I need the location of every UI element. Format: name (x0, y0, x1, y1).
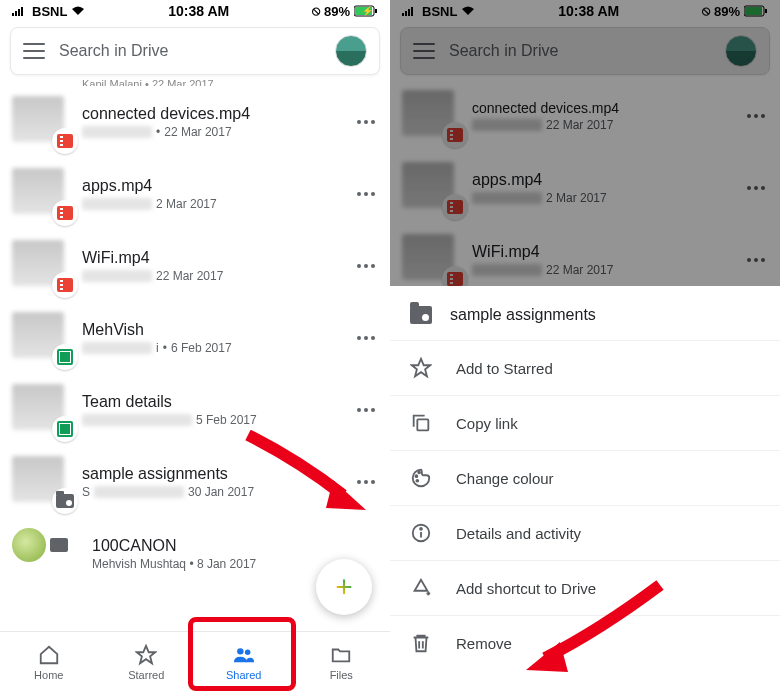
info-icon (410, 522, 432, 544)
svg-rect-5 (375, 9, 377, 13)
nav-files[interactable]: Files (293, 632, 391, 693)
orientation-lock-icon: ⦸ (312, 3, 320, 19)
partial-row: Kapil Malani • 22 Mar 2017 (12, 78, 378, 86)
svg-point-21 (416, 480, 418, 482)
more-options-button[interactable] (354, 326, 378, 350)
battery-icon: ⚡ (354, 5, 378, 17)
svg-rect-1 (15, 11, 17, 16)
sheet-icon (52, 416, 78, 442)
svg-rect-18 (417, 419, 428, 430)
file-name: apps.mp4 (82, 177, 344, 195)
svg-rect-3 (21, 7, 23, 16)
shortcut-icon (410, 577, 432, 599)
search-bar[interactable]: Search in Drive (10, 27, 380, 75)
file-name: connected devices.mp4 (82, 105, 344, 123)
wifi-icon (71, 6, 85, 16)
file-row[interactable]: MehVish i • 6 Feb 2017 (12, 302, 378, 374)
file-list: Kapil Malani • 22 Mar 2017 connected dev… (0, 78, 390, 590)
screen-drive-list: BSNL 10:38 AM ⦸ 89% ⚡ Search in Drive Ka… (0, 0, 390, 693)
sheet-icon (52, 344, 78, 370)
file-row[interactable]: WiFi.mp4 22 Mar 2017 (12, 230, 378, 302)
star-icon (135, 644, 157, 666)
sheet-item-star[interactable]: Add to Starred (390, 340, 780, 395)
sheet-title: sample assignments (450, 306, 596, 324)
more-options-button[interactable] (354, 182, 378, 206)
file-row[interactable]: sample assignments S 30 Jan 2017 (12, 446, 378, 518)
home-icon (38, 644, 60, 666)
svg-point-24 (420, 528, 422, 530)
sheet-item-copy-link[interactable]: Copy link (390, 395, 780, 450)
menu-icon[interactable] (23, 43, 45, 59)
video-icon (52, 272, 78, 298)
file-row[interactable]: Team details 5 Feb 2017 (12, 374, 378, 446)
file-name: sample assignments (82, 465, 344, 483)
signal-icon (12, 6, 28, 16)
sheet-item-remove[interactable]: Remove (390, 615, 780, 670)
sheet-item-change-colour[interactable]: Change colour (390, 450, 780, 505)
nav-starred[interactable]: Starred (98, 632, 196, 693)
svg-point-20 (418, 472, 420, 474)
svg-text:⚡: ⚡ (362, 5, 374, 17)
more-options-button[interactable] (354, 470, 378, 494)
svg-point-8 (237, 648, 243, 654)
more-options-button[interactable] (354, 398, 378, 422)
account-avatar[interactable] (335, 35, 367, 67)
more-options-button[interactable] (354, 254, 378, 278)
screen-action-sheet: BSNL 10:38 AM ⦸89% Search in Drive conne… (390, 0, 780, 693)
more-options-button[interactable] (354, 110, 378, 134)
video-icon (52, 128, 78, 154)
people-icon (233, 644, 255, 666)
sheet-item-shortcut[interactable]: Add shortcut to Drive (390, 560, 780, 615)
svg-point-9 (245, 650, 251, 656)
status-time: 10:38 AM (168, 3, 229, 19)
modal-overlay[interactable] (390, 0, 780, 286)
file-row[interactable]: connected devices.mp4 • 22 Mar 2017 (12, 86, 378, 158)
folder-icon (330, 644, 352, 666)
copy-icon (410, 412, 432, 434)
file-row[interactable]: apps.mp4 2 Mar 2017 (12, 158, 378, 230)
file-name: Team details (82, 393, 344, 411)
video-icon (52, 200, 78, 226)
owner-avatar (12, 528, 46, 562)
svg-rect-2 (18, 9, 20, 16)
file-name: 100CANON (92, 537, 378, 555)
file-name: MehVish (82, 321, 344, 339)
new-fab[interactable]: + (316, 559, 372, 615)
action-sheet: sample assignments Add to Starred Copy l… (390, 286, 780, 693)
search-placeholder[interactable]: Search in Drive (59, 42, 321, 60)
nav-home[interactable]: Home (0, 632, 98, 693)
nav-shared[interactable]: Shared (195, 632, 293, 693)
folder-shared-icon (410, 306, 432, 324)
bottom-nav: Home Starred Shared Files (0, 631, 390, 693)
file-name: WiFi.mp4 (82, 249, 344, 267)
star-icon (410, 357, 432, 379)
svg-point-19 (416, 475, 418, 477)
carrier-label: BSNL (32, 4, 67, 19)
svg-rect-0 (12, 13, 14, 16)
sheet-item-details[interactable]: Details and activity (390, 505, 780, 560)
battery-pct: 89% (324, 4, 350, 19)
palette-icon (410, 467, 432, 489)
sheet-header: sample assignments (390, 290, 780, 340)
folder-shared-icon (52, 488, 78, 514)
status-bar: BSNL 10:38 AM ⦸ 89% ⚡ (0, 0, 390, 22)
trash-icon (410, 632, 432, 654)
